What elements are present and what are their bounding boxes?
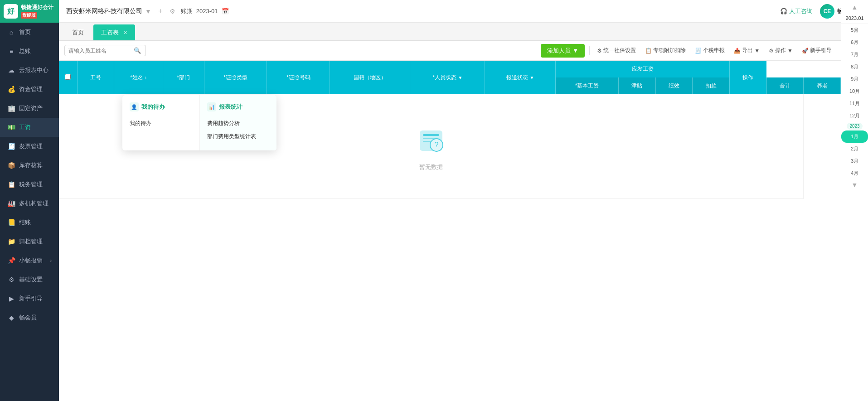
sidebar-item-wage[interactable]: 💵 工资 xyxy=(0,118,59,137)
th-employee-id: 工号 xyxy=(77,61,114,94)
table-toolbar: 🔍 添加人员 ▼ ⚙ 统一社保设置 📋 专项附加扣除 🧾 个税 xyxy=(59,41,868,61)
guide-icon: ▶ xyxy=(7,295,15,302)
timeline-month-8[interactable]: 8月 xyxy=(841,61,868,73)
sidebar-item-assets[interactable]: 🏢 固定资产 xyxy=(0,99,59,118)
sidebar-item-label: 归档管理 xyxy=(19,237,43,246)
home-icon: ⌂ xyxy=(7,29,15,36)
th-status[interactable]: *人员状态 ▼ xyxy=(410,61,485,94)
popup-item-mytodo[interactable]: 我的待办 xyxy=(130,117,192,130)
timeline-month-3[interactable]: 3月 xyxy=(841,155,868,167)
popup-item-trend[interactable]: 费用趋势分析 xyxy=(207,117,270,130)
main-area: 西安虾米网络科技有限公司 ▼ ＋ ⚙ 账期 2023-01 📅 🎧 人工咨询 C… xyxy=(59,0,868,401)
export-icon: 📤 xyxy=(734,48,741,54)
calendar-icon[interactable]: 📅 xyxy=(222,8,229,14)
popup-col-report: 📊 报表统计 费用趋势分析 部门费用类型统计表 xyxy=(199,95,277,150)
timeline-month-10[interactable]: 10月 xyxy=(841,85,868,97)
sidebar-item-label: 基础设置 xyxy=(19,275,43,284)
operation-button[interactable]: ⚙ 操作 ▼ xyxy=(766,45,795,56)
timeline-nav-down[interactable]: ▼ xyxy=(850,179,860,190)
add-icon[interactable]: ＋ xyxy=(157,6,164,16)
global-close-button[interactable]: ✕ xyxy=(849,23,863,39)
empty-text: 暂无数据 xyxy=(419,163,443,171)
sidebar-item-ledger[interactable]: ≡ 总账 xyxy=(0,42,59,61)
tab-home[interactable]: 首页 xyxy=(64,24,92,40)
sidebar-item-multi[interactable]: 🏭 多机构管理 xyxy=(0,194,59,213)
company-selector[interactable]: 西安虾米网络科技有限公司 ▼ xyxy=(66,7,151,15)
sidebar-item-tax[interactable]: 📋 税务管理 xyxy=(0,175,59,194)
checkbox-all[interactable] xyxy=(65,74,71,80)
service-label: 人工咨询 xyxy=(789,7,813,15)
timeline-month-1[interactable]: 1月 xyxy=(841,130,868,143)
sidebar: 好 畅捷通好会计 旗舰版 ⌂ 首页 ≡ 总账 ☁ 云报表中心 💰 资金管理 🏢 … xyxy=(0,0,59,401)
sidebar-item-vip[interactable]: ◆ 畅会员 xyxy=(0,308,59,327)
sidebar-item-guide[interactable]: ▶ 新手引导 xyxy=(0,289,59,308)
th-deduction: 扣款 xyxy=(693,77,730,94)
app-logo: 好 畅捷通好会计 旗舰版 xyxy=(0,0,59,23)
timeline-month-11[interactable]: 11月 xyxy=(841,97,868,110)
sidebar-item-label: 结账 xyxy=(19,218,31,227)
timeline-sidebar: ▲ 2023.01 5月 6月 7月 8月 9月 10月 11月 12月 202… xyxy=(841,0,868,401)
th-report-status[interactable]: 报送状态 ▼ xyxy=(485,61,556,94)
inventory-icon: 📦 xyxy=(7,162,15,169)
timeline-nav-up[interactable]: ▲ xyxy=(850,2,860,13)
topbar: 西安虾米网络科技有限公司 ▼ ＋ ⚙ 账期 2023-01 📅 🎧 人工咨询 C… xyxy=(59,0,868,23)
settings-icon[interactable]: ⚙ xyxy=(170,8,175,15)
cloud-icon: ☁ xyxy=(7,67,15,74)
th-nationality: 国籍（地区） xyxy=(330,61,410,94)
popup-col-todo: 👤 我的待办 我的待办 xyxy=(122,95,199,150)
social-security-icon: ⚙ xyxy=(597,48,602,54)
customer-service[interactable]: 🎧 人工咨询 xyxy=(780,7,813,15)
guide-button[interactable]: 🚀 新手引导 xyxy=(799,45,834,56)
tab-wage[interactable]: 工资表 ✕ xyxy=(93,24,135,40)
sidebar-item-expense[interactable]: 📌 小畅报销 › xyxy=(0,251,59,270)
search-icon: 🔍 xyxy=(134,47,141,54)
export-button[interactable]: 📤 导出 ▼ xyxy=(731,45,762,56)
special-deduction-button[interactable]: 📋 专项附加扣除 xyxy=(642,45,689,56)
tax-report-button[interactable]: 🧾 个税申报 xyxy=(692,45,727,56)
expense-icon: 📌 xyxy=(7,257,15,264)
sidebar-item-home[interactable]: ⌂ 首页 xyxy=(0,23,59,42)
timeline-month-2[interactable]: 2月 xyxy=(841,143,868,155)
popup-report-title: 📊 报表统计 xyxy=(207,102,270,111)
sidebar-item-archive[interactable]: 📁 归档管理 xyxy=(0,232,59,251)
th-id-number: *证照号码 xyxy=(267,61,330,94)
period-value: 2023-01 xyxy=(196,8,218,14)
avatar: CE xyxy=(820,4,834,19)
sidebar-item-inventory[interactable]: 📦 库存核算 xyxy=(0,156,59,175)
sidebar-item-close[interactable]: 📒 结账 xyxy=(0,213,59,232)
th-id-type: *证照类型 xyxy=(204,61,267,94)
sidebar-item-invoice[interactable]: 🧾 发票管理 xyxy=(0,137,59,156)
tab-close-icon[interactable]: ✕ xyxy=(123,30,127,35)
wage-icon: 💵 xyxy=(7,124,15,131)
timeline-month-7[interactable]: 7月 xyxy=(841,48,868,61)
th-name: *姓名 ↕ xyxy=(114,61,163,94)
th-salary-group: 应发工资 xyxy=(556,61,730,77)
social-security-button[interactable]: ⚙ 统一社保设置 xyxy=(594,45,639,56)
select-all-checkbox[interactable] xyxy=(59,61,77,94)
special-deduction-icon: 📋 xyxy=(645,48,652,54)
th-allowance: 津贴 xyxy=(619,77,656,94)
timeline-month-4[interactable]: 4月 xyxy=(841,167,868,179)
add-person-button[interactable]: 添加人员 ▼ xyxy=(541,44,585,58)
sidebar-item-label: 资金管理 xyxy=(19,85,43,93)
search-box[interactable]: 🔍 xyxy=(64,45,146,56)
timeline-month-12[interactable]: 12月 xyxy=(841,110,868,122)
sidebar-item-cloud[interactable]: ☁ 云报表中心 xyxy=(0,61,59,80)
close-book-icon: 📒 xyxy=(7,219,15,226)
popup-item-dept[interactable]: 部门费用类型统计表 xyxy=(207,130,270,143)
sidebar-item-finance[interactable]: 💰 资金管理 xyxy=(0,80,59,99)
tab-home-label: 首页 xyxy=(72,29,84,36)
dropdown-arrow-icon: ▼ xyxy=(572,47,578,54)
timeline-month-9[interactable]: 9月 xyxy=(841,73,868,85)
tabbar: 首页 工资表 ✕ ✕ xyxy=(59,23,868,41)
tax-icon: 📋 xyxy=(7,181,15,188)
sidebar-item-settings[interactable]: ⚙ 基础设置 xyxy=(0,270,59,289)
th-total: 合计 xyxy=(766,77,804,94)
app-name: 畅捷通好会计 xyxy=(21,4,53,11)
toolbar-right: 添加人员 ▼ ⚙ 统一社保设置 📋 专项附加扣除 🧾 个税申报 📤 xyxy=(541,44,863,58)
period-info: 账期 2023-01 📅 xyxy=(181,7,229,15)
guide-label: 新手引导 xyxy=(810,47,832,54)
search-input[interactable] xyxy=(68,48,132,54)
operation-label: 操作 xyxy=(775,47,786,54)
popup-row: 👤 我的待办 我的待办 📊 报表统计 费用趋势分析 部门费用类型统计表 xyxy=(122,95,276,150)
